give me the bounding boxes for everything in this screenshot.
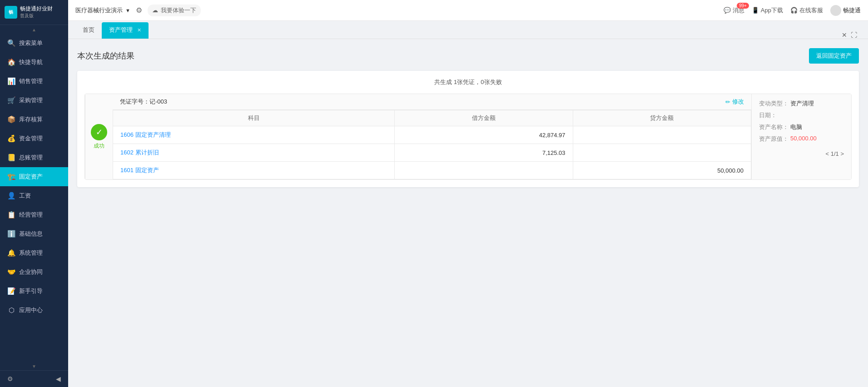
sidebar-item-label: 系统管理 (19, 249, 43, 257)
sidebar-item-label: 经营管理 (19, 211, 43, 219)
operations-icon: 📋 (7, 211, 15, 219)
edit-icon: ✏ (725, 99, 730, 105)
sidebar-item-label: 应用中心 (19, 306, 43, 314)
change-type-row: 变动类型： 资产清理 (759, 99, 844, 108)
app-download-button[interactable]: 📱 App下载 (752, 6, 783, 15)
sidebar-item-label: 库存核算 (19, 115, 43, 124)
sidebar-item-system[interactable]: 🔔 系统管理 (0, 243, 68, 263)
headset-icon: 🎧 (790, 7, 798, 14)
maximize-window-icon[interactable]: ⛶ (851, 31, 857, 39)
sidebar: 畅 畅捷通好业财 普及版 ▲ 🔍 搜索菜单 🏠 快捷导航 📊 销售管理 🛒 采购… (0, 0, 68, 387)
sidebar-item-funds[interactable]: 💰 资金管理 (0, 129, 68, 148)
sidebar-item-label: 快捷导航 (19, 58, 43, 66)
sidebar-item-label: 固定资产 (19, 173, 43, 181)
logo-area: 畅 畅捷通好业财 普及版 (0, 0, 68, 25)
experience-button[interactable]: ☁ 我要体验一下 (148, 5, 201, 16)
pagination[interactable]: < 1/1 > (759, 147, 844, 157)
sidebar-nav: 🔍 搜索菜单 🏠 快捷导航 📊 销售管理 🛒 采购管理 📦 库存核算 💰 资金管… (0, 34, 68, 362)
col-subject: 科目 (113, 110, 395, 126)
edit-voucher-button[interactable]: ✏ 修改 (725, 98, 744, 106)
purchase-icon: 🛒 (7, 96, 15, 104)
page-title: 本次生成的结果 (77, 50, 134, 61)
debit-cell: 7,125.03 (395, 144, 573, 162)
sidebar-item-purchase[interactable]: 🛒 采购管理 (0, 91, 68, 110)
funds-icon: 💰 (7, 134, 15, 143)
sidebar-item-label: 企业协同 (19, 268, 43, 276)
sidebar-item-label: 采购管理 (19, 96, 43, 104)
company-selector[interactable]: 医疗器械行业演示 ▼ (75, 6, 130, 15)
tabbar: 首页 资产管理 ✕ ✕ ⛶ (68, 21, 868, 39)
debit-cell: 42,874.97 (395, 126, 573, 144)
debit-cell (395, 162, 573, 179)
company-name: 医疗器械行业演示 (75, 6, 123, 15)
search-icon: 🔍 (7, 39, 15, 47)
sidebar-item-enterprise[interactable]: 🤝 企业协同 (0, 263, 68, 282)
tab-close-icon[interactable]: ✕ (137, 27, 141, 33)
sales-icon: 📊 (7, 77, 15, 85)
sidebar-item-payroll[interactable]: 👤 工资 (0, 186, 68, 205)
home-icon: 🏠 (7, 58, 15, 66)
sidebar-item-basic-info[interactable]: ℹ️ 基础信息 (0, 224, 68, 243)
sidebar-item-app-center[interactable]: ⬡ 应用中心 (0, 301, 68, 320)
sidebar-item-fixed-assets[interactable]: 🏗️ 固定资产 (0, 167, 68, 186)
sidebar-item-label: 基础信息 (19, 230, 43, 238)
credit-cell (573, 126, 751, 144)
col-debit: 借方金额 (395, 110, 573, 126)
asset-name-value: 电脑 (790, 123, 802, 131)
sidebar-scroll-down[interactable]: ▼ (0, 362, 68, 370)
sidebar-item-label: 新手引导 (19, 287, 43, 295)
sidebar-scroll-up[interactable]: ▲ (0, 25, 68, 34)
payroll-icon: 👤 (7, 192, 15, 200)
return-button[interactable]: 返回固定资产 (809, 48, 859, 64)
messages-button[interactable]: 💬 消息 99+ (724, 6, 744, 15)
app-name: 畅捷通好业财 (20, 5, 53, 13)
subject-cell: 1602 累计折旧 (113, 144, 395, 162)
sidebar-item-operations[interactable]: 📋 经营管理 (0, 205, 68, 224)
tab-asset-mgmt[interactable]: 资产管理 ✕ (102, 22, 149, 39)
settings-gear-icon[interactable]: ⚙ (136, 6, 142, 15)
tab-home[interactable]: 首页 (75, 22, 102, 39)
online-service-button[interactable]: 🎧 在线客服 (790, 6, 823, 15)
content-area: 本次生成的结果 返回固定资产 共生成 1张凭证，0张失败 ✓ 成功 凭证字号：记… (68, 39, 868, 387)
sidebar-item-label: 销售管理 (19, 77, 43, 85)
tab-asset-mgmt-label: 资产管理 (109, 26, 133, 33)
system-icon: 🔔 (7, 249, 15, 257)
sidebar-item-inventory[interactable]: 📦 库存核算 (0, 110, 68, 129)
table-row: 1606 固定资产清理 42,874.97 (113, 126, 751, 144)
success-icon: ✓ (91, 124, 107, 140)
sidebar-item-label: 搜索菜单 (19, 39, 43, 47)
sidebar-item-quick-nav[interactable]: 🏠 快捷导航 (0, 53, 68, 72)
sidebar-item-ledger[interactable]: 📒 总账管理 (0, 148, 68, 167)
result-summary: 共生成 1张凭证，0张失败 (84, 78, 852, 86)
asset-name-label: 资产名称： (759, 123, 789, 131)
subject-cell: 1606 固定资产清理 (113, 126, 395, 144)
collapse-sidebar-button[interactable]: ◀ (56, 375, 61, 382)
inventory-icon: 📦 (7, 115, 15, 124)
status-text: 成功 (94, 142, 104, 150)
sidebar-item-search[interactable]: 🔍 搜索菜单 (0, 34, 68, 53)
settings-icon[interactable]: ⚙ (7, 375, 13, 382)
sidebar-item-guide[interactable]: 📝 新手引导 (0, 282, 68, 301)
sidebar-item-sales[interactable]: 📊 销售管理 (0, 72, 68, 91)
voucher-main: 凭证字号：记-003 ✏ 修改 科目 借方金额 贷方金额 (113, 94, 751, 179)
guide-icon: 📝 (7, 287, 15, 295)
tab-home-label: 首页 (83, 26, 94, 33)
original-value-label: 资产原值： (759, 135, 789, 143)
sidebar-item-label: 资金管理 (19, 134, 43, 143)
ledger-icon: 📒 (7, 154, 15, 162)
date-label: 日期： (759, 111, 777, 119)
fixed-assets-icon: 🏗️ (7, 173, 15, 181)
user-menu[interactable]: 畅捷通 (830, 5, 861, 16)
voucher-block: ✓ 成功 凭证字号：记-003 ✏ 修改 (84, 94, 852, 180)
table-row: 1601 固定资产 50,000.00 (113, 162, 751, 179)
app-center-icon: ⬡ (7, 306, 15, 314)
voucher-table: 科目 借方金额 贷方金额 1606 固定资产清理 42,874.97 (113, 110, 751, 179)
enterprise-icon: 🤝 (7, 268, 15, 276)
app-edition: 普及版 (20, 13, 53, 19)
chevron-down-icon: ▼ (125, 8, 130, 13)
close-window-icon[interactable]: ✕ (842, 31, 847, 39)
cloud-icon: ☁ (152, 7, 158, 14)
voucher-number: 凭证字号：记-003 (120, 98, 167, 106)
voucher-header: 凭证字号：记-003 ✏ 修改 (113, 94, 751, 110)
voucher-side-panel: 变动类型： 资产清理 日期： 资产名称： 电脑 资产原值： 50,000.00 (751, 94, 851, 179)
